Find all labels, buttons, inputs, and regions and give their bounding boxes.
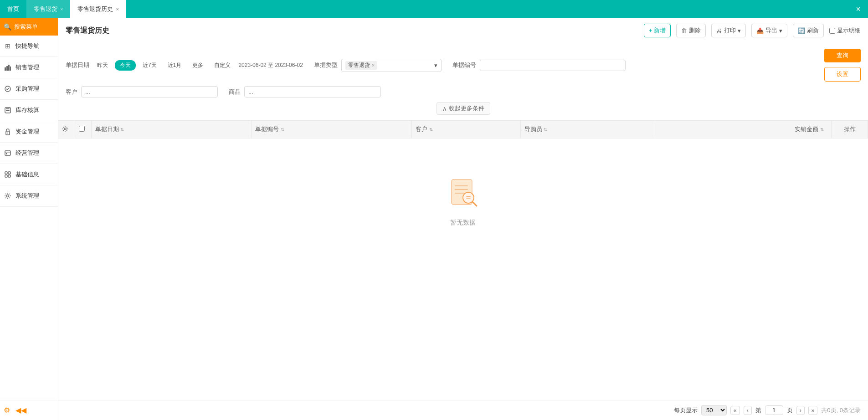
- display-toggle-label: 显示明细: [837, 26, 861, 35]
- first-page-button[interactable]: «: [730, 406, 740, 415]
- date-btn-more[interactable]: 更多: [188, 60, 207, 71]
- date-btn-7days[interactable]: 近7天: [139, 60, 161, 71]
- sort-arrows-customer: ⇅: [429, 127, 433, 132]
- tab-retail-return[interactable]: 零售退货 ×: [26, 0, 70, 18]
- sidebar-search-label: 搜索菜单: [14, 23, 38, 31]
- date-btn-1month[interactable]: 近1月: [164, 60, 186, 71]
- volume-icon[interactable]: ◀◀: [15, 406, 26, 415]
- data-table: 单据日期 ⇅ 单据编号 ⇅ 客户 ⇅ 导购员: [58, 121, 868, 263]
- sidebar-item-purchase-mgmt[interactable]: 采购管理: [0, 78, 58, 100]
- table-header: 单据日期 ⇅ 单据编号 ⇅ 客户 ⇅ 导购员: [58, 121, 868, 138]
- date-btn-yesterday[interactable]: 昨天: [93, 60, 112, 71]
- print-arrow-icon: ▾: [738, 27, 741, 34]
- close-icon[interactable]: ×: [116, 6, 118, 12]
- search-icon: 🔍: [4, 23, 11, 31]
- sidebar-item-inventory[interactable]: 库存核算: [0, 100, 58, 121]
- prev-page-button[interactable]: ‹: [744, 406, 752, 415]
- svg-rect-13: [5, 172, 7, 174]
- sidebar-item-basic-info[interactable]: 基础信息: [0, 164, 58, 185]
- date-btn-custom[interactable]: 自定义: [210, 60, 235, 71]
- tab-retail-return-history[interactable]: 零售退货历史 ×: [70, 0, 126, 18]
- sidebar-item-finance[interactable]: 资金管理: [0, 121, 58, 143]
- collapse-button[interactable]: ∧ 收起更多条件: [437, 102, 490, 115]
- page-input[interactable]: 1: [765, 405, 783, 415]
- date-filter-item: 单据日期 昨天 今天 近7天 近1月 更多 自定义 2023-06-02 至 2…: [66, 60, 303, 71]
- sidebar-item-quick-nav[interactable]: ⊞ 快捷导航: [0, 36, 58, 57]
- window-close-button[interactable]: ×: [848, 5, 868, 14]
- sidebar-bottom: ⚙ ◀◀: [0, 400, 58, 420]
- th-guide[interactable]: 导购员 ⇅: [520, 121, 655, 138]
- number-label: 单据编号: [452, 61, 476, 69]
- next-page-button[interactable]: ›: [796, 406, 805, 415]
- type-select[interactable]: 零售退货 × ▾: [341, 59, 442, 72]
- nav-tabs: 首页 零售退货 × 零售退货历史 ×: [0, 0, 848, 18]
- svg-point-18: [64, 128, 66, 129]
- filter-row-2: 客户 商品: [66, 86, 861, 97]
- svg-rect-3: [10, 67, 11, 71]
- page-title: 零售退货历史: [66, 26, 109, 36]
- filter-area: 单据日期 昨天 今天 近7天 近1月 更多 自定义 2023-06-02 至 2…: [58, 43, 868, 121]
- display-toggle-checkbox[interactable]: [829, 28, 835, 34]
- collapse-up-icon: ∧: [442, 105, 447, 112]
- inventory-icon: [4, 106, 12, 114]
- empty-state-cell: 暂无数据: [58, 138, 868, 264]
- query-button[interactable]: 查询: [824, 49, 861, 62]
- th-number[interactable]: 单据编号 ⇅: [252, 121, 412, 138]
- customer-input[interactable]: [81, 86, 218, 97]
- svg-rect-12: [6, 153, 7, 154]
- settings-bottom-icon[interactable]: ⚙: [4, 406, 10, 415]
- date-range: 2023-06-02 至 2023-06-02: [238, 61, 303, 69]
- top-nav: 首页 零售退货 × 零售退货历史 × ×: [0, 0, 868, 18]
- add-button[interactable]: + 新增: [644, 24, 671, 37]
- sidebar-search[interactable]: 🔍 搜索菜单: [0, 18, 58, 36]
- th-settings[interactable]: [58, 121, 75, 138]
- sidebar-item-label: 资金管理: [15, 128, 39, 136]
- svg-point-9: [7, 133, 8, 133]
- select-all-checkbox[interactable]: [79, 126, 85, 132]
- sales-icon: [4, 63, 12, 72]
- collapse-label: 收起更多条件: [449, 104, 484, 113]
- th-checkbox[interactable]: [75, 121, 91, 138]
- close-icon[interactable]: ×: [60, 6, 63, 12]
- table-area: 单据日期 ⇅ 单据编号 ⇅ 客户 ⇅ 导购员: [58, 121, 868, 400]
- goods-input[interactable]: [244, 86, 381, 97]
- sidebar-item-operations[interactable]: 经营管理: [0, 143, 58, 164]
- finance-icon: [4, 128, 12, 136]
- sidebar-item-label: 经营管理: [15, 149, 39, 157]
- delete-icon: 🗑: [681, 27, 687, 34]
- delete-button[interactable]: 🗑 删除: [676, 24, 706, 37]
- empty-state: 暂无数据: [58, 138, 868, 263]
- set-button[interactable]: 设置: [824, 67, 861, 82]
- sidebar-item-system-mgmt[interactable]: 系统管理: [0, 185, 58, 207]
- last-page-button[interactable]: »: [808, 406, 818, 415]
- th-customer[interactable]: 客户 ⇅: [412, 121, 520, 138]
- type-select-arrow: ▾: [434, 62, 437, 69]
- purchase-icon: [4, 85, 12, 93]
- date-btn-today[interactable]: 今天: [115, 60, 136, 71]
- number-input[interactable]: [480, 60, 626, 71]
- svg-rect-0: [5, 67, 6, 71]
- th-amount[interactable]: 实销金额 ⇅: [655, 121, 832, 138]
- svg-line-24: [473, 202, 477, 206]
- tab-home[interactable]: 首页: [0, 0, 26, 18]
- svg-rect-7: [6, 110, 10, 111]
- tab-home-label: 首页: [7, 5, 19, 13]
- page-size-select[interactable]: 10 20 50 100: [701, 405, 727, 415]
- quick-nav-icon: ⊞: [4, 42, 12, 50]
- header-actions: + 新增 🗑 删除 🖨 打印 ▾ 📤 导出 ▾ 🔄 刷新: [644, 24, 861, 37]
- per-page-label: 每页显示: [674, 406, 698, 415]
- th-date[interactable]: 单据日期 ⇅: [91, 121, 252, 138]
- refresh-button[interactable]: 🔄 刷新: [793, 24, 824, 37]
- goods-label: 商品: [229, 88, 241, 96]
- content-area: 零售退货历史 + 新增 🗑 删除 🖨 打印 ▾ 📤 导出 ▾: [58, 18, 868, 420]
- print-button[interactable]: 🖨 打印 ▾: [711, 24, 746, 37]
- table-body: 暂无数据: [58, 138, 868, 264]
- customer-label: 客户: [66, 88, 77, 96]
- table-header-row: 单据日期 ⇅ 单据编号 ⇅ 客户 ⇅ 导购员: [58, 121, 868, 138]
- type-filter-item: 单据类型 零售退货 × ▾: [314, 59, 442, 72]
- date-filter: 昨天 今天 近7天 近1月 更多 自定义: [93, 60, 235, 71]
- display-toggle[interactable]: 显示明细: [829, 26, 861, 35]
- type-tag-close-icon[interactable]: ×: [372, 62, 375, 68]
- export-button[interactable]: 📤 导出 ▾: [751, 24, 787, 37]
- sidebar-item-sales-mgmt[interactable]: 销售管理: [0, 57, 58, 78]
